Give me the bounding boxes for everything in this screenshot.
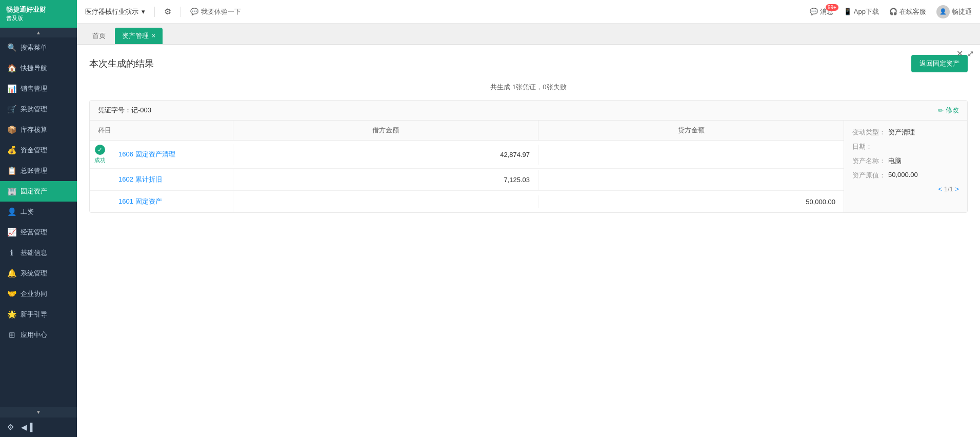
app-download-button[interactable]: 📱 App下载: [844, 7, 879, 16]
topbar-right: 💬 消息 99+ 📱 App下载 🎧 在线客服 👤 畅捷通: [810, 5, 972, 18]
sidebar-label-quicknav: 快捷导航: [21, 64, 47, 73]
sidebar-label-funds: 资金管理: [21, 146, 47, 155]
sidebar-item-guide[interactable]: 🌟 新手引导: [0, 304, 77, 325]
sidebar-menu: 🔍 搜索菜单 🏠 快捷导航 📊 销售管理 🛒 采购管理 📦 库存核算 💰 资金管…: [0, 37, 77, 407]
sidebar-item-sales[interactable]: 📊 销售管理: [0, 78, 77, 99]
tab-home[interactable]: 首页: [85, 28, 113, 44]
online-service-label: 在线客服: [899, 7, 926, 16]
edit-button[interactable]: ✏ 修改: [938, 106, 959, 115]
date-label: 日期：: [852, 142, 888, 151]
col-debit: 借方金额: [233, 121, 538, 140]
audio-footer-icon[interactable]: ◀▐: [21, 423, 33, 432]
tab-home-label: 首页: [92, 32, 106, 39]
sidebar-item-management[interactable]: 📈 经营管理: [0, 222, 77, 243]
tab-asset-label: 资产管理: [122, 31, 149, 41]
side-date: 日期：: [852, 142, 959, 151]
sidebar-logo: 畅捷通好业财 普及版: [0, 0, 77, 28]
debit-2: 7,125.03: [233, 170, 538, 190]
asset-name-value: 电脑: [888, 156, 902, 166]
sidebar-scroll-down[interactable]: ▼: [0, 407, 77, 417]
ledger-icon: 📋: [7, 166, 16, 175]
experience-text: 我要体验一下: [201, 7, 241, 16]
system-icon: 🔔: [7, 269, 16, 278]
credit-1: [538, 148, 844, 161]
voucher-header: 凭证字号：记-003 ✏ 修改: [90, 101, 967, 121]
sidebar-item-quicknav[interactable]: 🏠 快捷导航: [0, 58, 77, 78]
subject-1[interactable]: 1606 固定资产清理: [110, 144, 233, 165]
purchase-icon: 🛒: [7, 105, 16, 114]
settings-footer-icon[interactable]: ⚙: [7, 423, 14, 432]
side-asset-name: 资产名称： 电脑: [852, 156, 959, 166]
success-icon: ✓: [95, 145, 105, 155]
company-dropdown-icon: ▾: [142, 8, 145, 15]
edit-label: 修改: [946, 106, 959, 115]
voucher-table: 科目 借方金额 贷方金额 ✓ 成功 1606 固定资产清理 42,874.97: [90, 121, 844, 212]
app-edition: 普及版: [6, 14, 71, 22]
expand-button[interactable]: ⤢: [967, 49, 974, 58]
sidebar-label-purchase: 采购管理: [21, 105, 47, 114]
avatar-icon: 👤: [939, 8, 947, 15]
asset-name-label: 资产名称：: [852, 156, 888, 166]
subject-3[interactable]: 1601 固定资产: [110, 191, 233, 212]
sidebar-label-management: 经营管理: [21, 228, 47, 237]
experience-chat-icon: 💬: [190, 8, 198, 15]
prev-page[interactable]: <: [938, 185, 943, 193]
gear-icon[interactable]: ⚙: [164, 7, 171, 16]
app-download-label: App下载: [854, 7, 879, 16]
sidebar-item-basic-info[interactable]: ℹ 基础信息: [0, 243, 77, 263]
sidebar: 畅捷通好业财 普及版 ▲ 🔍 搜索菜单 🏠 快捷导航 📊 销售管理 🛒 采购管理…: [0, 0, 77, 437]
sidebar-item-purchase[interactable]: 🛒 采购管理: [0, 99, 77, 120]
topbar-divider: [154, 7, 155, 17]
sidebar-item-search[interactable]: 🔍 搜索菜单: [0, 37, 77, 58]
voucher-number: 凭证字号：记-003: [98, 106, 151, 115]
table-row: 1601 固定资产 50,000.00: [90, 191, 844, 212]
sidebar-item-ledger[interactable]: 📋 总账管理: [0, 161, 77, 181]
close-button[interactable]: ✕: [956, 49, 963, 58]
inventory-icon: 📦: [7, 125, 16, 134]
sidebar-item-system[interactable]: 🔔 系统管理: [0, 263, 77, 284]
main-area: 医疗器械行业演示 ▾ ⚙ 💬 我要体验一下 💬 消息 99+ 📱 App下载 🎧…: [77, 0, 980, 437]
online-service-button[interactable]: 🎧 在线客服: [889, 7, 926, 16]
sidebar-item-salary[interactable]: 👤 工资: [0, 202, 77, 222]
asset-value-value: 50,000.00: [888, 171, 918, 178]
funds-icon: 💰: [7, 146, 16, 155]
subject-2[interactable]: 1602 累计折旧: [110, 169, 233, 190]
tab-close-icon[interactable]: ×: [152, 32, 155, 39]
messages-button[interactable]: 💬 消息 99+: [810, 7, 833, 16]
sidebar-item-fixed-assets[interactable]: 🏢 固定资产: [0, 181, 77, 202]
change-type-label: 变动类型：: [852, 128, 888, 137]
row-status-2: [90, 175, 110, 184]
sidebar-item-app-center[interactable]: ⊞ 应用中心: [0, 325, 77, 345]
table-row: 1602 累计折旧 7,125.03: [90, 169, 844, 191]
company-selector[interactable]: 医疗器械行业演示 ▾: [85, 7, 145, 16]
guide-icon: 🌟: [7, 310, 16, 319]
avatar: 👤: [936, 5, 950, 18]
company-name: 医疗器械行业演示: [85, 7, 138, 16]
page-info: 1/1: [944, 185, 955, 193]
info-icon: ℹ: [7, 248, 16, 257]
service-icon: 🎧: [889, 8, 897, 15]
tab-asset-management[interactable]: 资产管理 ×: [115, 28, 163, 44]
sidebar-item-inventory[interactable]: 📦 库存核算: [0, 120, 77, 140]
sidebar-label-inventory: 库存核算: [21, 125, 47, 134]
sidebar-item-collab[interactable]: 🤝 企业协同: [0, 284, 77, 304]
credit-3: 50,000.00: [538, 192, 844, 212]
page-title: 本次生成的结果: [89, 57, 154, 70]
voucher-body: 科目 借方金额 贷方金额 ✓ 成功 1606 固定资产清理 42,874.97: [90, 121, 967, 212]
sidebar-item-funds[interactable]: 💰 资金管理: [0, 140, 77, 161]
col-credit: 贷方金额: [538, 121, 844, 140]
app-name: 畅捷通好业财: [6, 5, 71, 14]
experience-button[interactable]: 💬 我要体验一下: [190, 7, 241, 16]
side-change-type: 变动类型： 资产清理: [852, 128, 959, 137]
user-menu[interactable]: 👤 畅捷通: [936, 5, 972, 18]
next-page[interactable]: >: [955, 185, 959, 193]
collab-icon: 🤝: [7, 289, 16, 299]
messages-icon: 💬: [810, 8, 818, 15]
credit-2: [538, 173, 844, 186]
sidebar-scroll-up[interactable]: ▲: [0, 28, 77, 37]
sidebar-label-basic-info: 基础信息: [21, 248, 47, 257]
result-summary: 共生成 1张凭证，0张失败: [89, 83, 968, 92]
home-icon: 🏠: [7, 64, 16, 73]
side-pagination: < 1/1 >: [852, 185, 959, 193]
topbar-divider2: [181, 7, 181, 17]
